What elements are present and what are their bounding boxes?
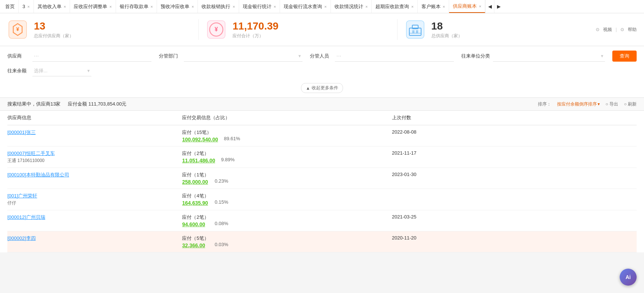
supplier-link-4[interactable]: [000012]广州贝瑞 bbox=[7, 214, 182, 221]
supplier-link-3[interactable]: [001]广州荣轩 bbox=[7, 193, 182, 199]
nav-tab-3[interactable]: 3 × bbox=[19, 0, 34, 13]
nav-tab-ar-adjust-close[interactable]: × bbox=[109, 4, 112, 9]
nav-tab-supplier-ledger-close[interactable]: × bbox=[479, 4, 481, 8]
trans-amount-0[interactable]: 100,092,540.00 bbox=[182, 137, 218, 142]
lastpay-cell-2: 2023-01-30 bbox=[392, 172, 497, 177]
last-pay-date-1: 2021-11-17 bbox=[392, 150, 497, 156]
payable-suppliers-content: 13 总应付供应商（家） bbox=[34, 20, 74, 39]
nav-tab-customer-ledger[interactable]: 客户账本 × bbox=[418, 0, 449, 13]
trans-info-5: 应付（5笔） 32,366.00 bbox=[182, 235, 209, 248]
trans-label-3: 应付（4笔） bbox=[182, 193, 209, 199]
separator: | bbox=[616, 27, 617, 32]
nav-tab-overdue[interactable]: 超期应收款查询 × bbox=[372, 0, 417, 13]
person-input[interactable]: ··· bbox=[335, 51, 454, 62]
video-link[interactable]: 视频 bbox=[603, 27, 612, 33]
nav-tab-supplier-ledger-label: 供应商账本 bbox=[453, 3, 477, 10]
supplier-link-2[interactable]: [000100]本特勤油品有限公司 bbox=[7, 172, 182, 178]
supplier-cell-2: [000100]本特勤油品有限公司 bbox=[7, 172, 182, 178]
collapse-up-icon: ▲ bbox=[306, 86, 310, 91]
nav-tab-home[interactable]: 首页 bbox=[1, 0, 19, 13]
person-dots: ··· bbox=[336, 53, 341, 59]
balance-select[interactable]: 选择... ▾ bbox=[32, 65, 91, 76]
summary-card-payable-suppliers: ¥ 13 总应付供应商（家） bbox=[7, 19, 199, 40]
nav-tab-cash-bank-stat[interactable]: 现金银行统计 × bbox=[239, 0, 280, 13]
nav-prev-arrow[interactable]: ◀ bbox=[485, 0, 494, 13]
nav-tab-ar-adjust[interactable]: 应收应付调整单 × bbox=[70, 0, 116, 13]
search-row-2: 往来余额 选择... ▾ bbox=[7, 65, 637, 76]
top-navigation: 首页 3 × 其他收入单 × 应收应付调整单 × 银行存取款单 × 预收冲应收单… bbox=[0, 0, 644, 13]
col-header-supplier: 供应商信息 bbox=[7, 114, 182, 121]
refresh-button[interactable]: ○ 刷新 bbox=[624, 101, 637, 107]
nav-tab-bank-deposit-close[interactable]: × bbox=[151, 4, 153, 9]
search-row-1: 供应商 ··· 分管部门 ▾ 分管人员 ··· 往来单位分类 ▾ bbox=[7, 51, 637, 62]
payable-suppliers-label: 总应付供应商（家） bbox=[34, 33, 74, 39]
search-button[interactable]: 查询 bbox=[612, 51, 637, 62]
dept-select[interactable]: ▾ bbox=[184, 51, 303, 62]
trans-amount-4[interactable]: 94,600.00 bbox=[182, 221, 209, 227]
help-link[interactable]: 帮助 bbox=[628, 27, 637, 33]
nav-tab-prepay-close[interactable]: × bbox=[192, 4, 194, 9]
lastpay-cell-0: 2022-08-08 bbox=[392, 129, 497, 135]
nav-tab-bank-deposit[interactable]: 银行存取款单 × bbox=[116, 0, 157, 13]
trans-amount-5[interactable]: 32,366.00 bbox=[182, 242, 209, 248]
nav-tab-cash-flow[interactable]: 现金银行流水查询 × bbox=[280, 0, 330, 13]
table-row-content: [000100]本特勤油品有限公司 应付（1笔） 258,000.00 0.23… bbox=[7, 172, 637, 185]
table-row: [000007]恒旺二手叉车 王通 17106110000 应付（2笔） 11,… bbox=[7, 146, 637, 168]
nav-tab-3-label: 3 bbox=[22, 4, 25, 9]
supplier-table: 供应商信息 应付交易信息（占比） 上次付数 [000001]张三 应付（15笔）… bbox=[0, 111, 644, 252]
trans-info-1: 应付（2笔） 11,051,486.00 bbox=[182, 150, 215, 163]
refresh-label: 刷新 bbox=[628, 101, 637, 107]
result-supplier-count: 搜索结果中，供应商13家 bbox=[7, 101, 60, 107]
nav-tab-customer-ledger-close[interactable]: × bbox=[443, 4, 445, 9]
supplier-field-group: 供应商 ··· bbox=[7, 51, 151, 62]
sort-select[interactable]: 按应付余额倒序排序 ▾ bbox=[557, 101, 600, 107]
collapse-button[interactable]: ▲ 收起更多条件 bbox=[301, 83, 343, 93]
sort-value: 按应付余额倒序排序 bbox=[557, 101, 597, 107]
svg-rect-10 bbox=[416, 30, 418, 33]
nav-tab-receipt-stat[interactable]: 收款情况统计 × bbox=[331, 0, 372, 13]
nav-tab-cash-bank-stat-close[interactable]: × bbox=[274, 4, 276, 9]
nav-tab-supplier-ledger[interactable]: 供应商账本 × bbox=[449, 0, 485, 13]
nav-tab-receipt-exec-close[interactable]: × bbox=[232, 4, 235, 9]
nav-tab-cash-flow-close[interactable]: × bbox=[324, 4, 326, 9]
nav-next-arrow[interactable]: ▶ bbox=[494, 0, 503, 13]
total-suppliers-content: 18 总供应商（家） bbox=[431, 20, 462, 39]
video-icon: ⊙ bbox=[596, 27, 599, 32]
nav-tab-other-income[interactable]: 其他收入单 × bbox=[34, 0, 70, 13]
nav-tab-prepay-label: 预收冲应收单 bbox=[161, 3, 189, 10]
payable-suppliers-number: 13 bbox=[34, 20, 74, 32]
nav-tab-other-income-close[interactable]: × bbox=[64, 4, 66, 9]
supplier-input[interactable]: ··· bbox=[32, 51, 151, 62]
trans-amount-1[interactable]: 11,051,486.00 bbox=[182, 158, 215, 163]
trans-amount-2[interactable]: 258,000.00 bbox=[182, 179, 209, 185]
balance-field-group: 往来余额 选择... ▾ bbox=[7, 65, 448, 76]
nav-tab-receipt-exec[interactable]: 收款核销执行 × bbox=[198, 0, 239, 13]
dept-label: 分管部门 bbox=[159, 53, 181, 59]
nav-tab-home-label: 首页 bbox=[5, 3, 15, 10]
nav-tab-prepay[interactable]: 预收冲应收单 × bbox=[157, 0, 198, 13]
supplier-link-5[interactable]: [000002]李四 bbox=[7, 235, 182, 242]
balance-label: 往来余额 bbox=[7, 68, 29, 74]
supplier-link-1[interactable]: [000007]恒旺二手叉车 bbox=[7, 150, 182, 157]
transaction-cell-4: 应付（2笔） 94,600.00 0.08% bbox=[182, 214, 392, 227]
nav-tab-cash-bank-stat-label: 现金银行统计 bbox=[243, 3, 272, 10]
nav-tab-3-close[interactable]: × bbox=[27, 4, 29, 9]
trans-percent-0: 89.61% bbox=[224, 136, 240, 141]
export-button[interactable]: ○ 导出 bbox=[606, 101, 618, 107]
refresh-icon: ○ bbox=[624, 101, 627, 107]
result-amount: 应付金额 111,703,854.00元 bbox=[68, 101, 126, 107]
trans-amount-3[interactable]: 164,635.90 bbox=[182, 200, 209, 206]
category-select[interactable]: ▾ bbox=[493, 51, 605, 62]
lastpay-cell-5: 2020-11-20 bbox=[392, 235, 497, 241]
trans-cell-1: 应付（2笔） 11,051,486.00 9.89% bbox=[182, 150, 392, 163]
table-row: [000002]李四 应付（5笔） 32,366.00 0.03% 2020-1… bbox=[7, 231, 637, 252]
nav-tab-receipt-stat-close[interactable]: × bbox=[365, 4, 368, 9]
nav-tab-customer-ledger-label: 客户账本 bbox=[421, 3, 441, 10]
result-actions: 排序： 按应付余额倒序排序 ▾ ○ 导出 ○ 刷新 bbox=[538, 101, 637, 107]
supplier-cell-4: [000012]广州贝瑞 bbox=[7, 214, 182, 221]
supplier-link-0[interactable]: [000001]张三 bbox=[7, 129, 182, 136]
nav-tab-overdue-label: 超期应收款查询 bbox=[375, 3, 409, 10]
balance-placeholder: 选择... bbox=[34, 68, 48, 74]
dept-chevron-down-icon: ▾ bbox=[298, 53, 301, 59]
nav-tab-overdue-close[interactable]: × bbox=[411, 4, 413, 9]
